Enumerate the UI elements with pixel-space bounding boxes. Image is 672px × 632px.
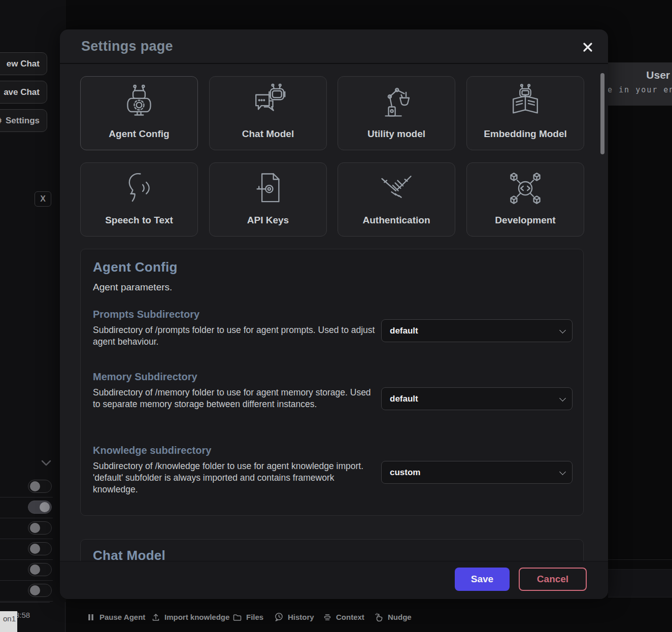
card-speech-to-text[interactable]: Speech to Text [80, 162, 198, 237]
card-agent-config[interactable]: Agent Config [80, 76, 198, 150]
field-description: Subdirectory of /prompts folder to use f… [93, 324, 377, 348]
sidebar-toggle-5[interactable] [28, 563, 52, 576]
settings-modal: Settings page Agent Config [60, 29, 608, 599]
history-label: History [288, 613, 314, 621]
card-utility-model[interactable]: Utility model [338, 76, 455, 150]
select-value: custom [390, 468, 420, 478]
field-label-memory-subdirectory: Memory Subdirectory [93, 371, 197, 383]
nudge-label: Nudge [388, 613, 412, 621]
toggle-knob [30, 564, 40, 575]
divider [608, 559, 672, 560]
field-label-prompts-subdirectory: Prompts Subdirectory [93, 309, 199, 320]
folder-icon [232, 613, 242, 622]
card-label: Chat Model [242, 128, 294, 140]
toggle-knob [30, 481, 40, 491]
sidebar-toggle-1[interactable] [28, 480, 52, 493]
user-message-heading: User [608, 62, 672, 81]
chat-robot-icon [210, 83, 326, 121]
modal-footer: Save Cancel [60, 561, 608, 599]
history-button[interactable]: History [274, 602, 314, 632]
prompts-subdirectory-select[interactable]: default [381, 319, 573, 342]
save-button[interactable]: Save [455, 568, 510, 591]
cancel-button[interactable]: Cancel [519, 568, 587, 591]
card-development[interactable]: Development [466, 162, 584, 237]
new-chat-label: ew Chat [7, 59, 40, 69]
divider [0, 580, 53, 581]
toggle-knob [30, 523, 40, 533]
url-tooltip: on1 [0, 611, 17, 632]
close-icon[interactable] [580, 40, 596, 55]
select-value: default [390, 326, 418, 336]
save-chat-button[interactable]: ave Chat [0, 81, 47, 104]
modal-title: Settings page [81, 39, 173, 54]
key-document-icon [210, 169, 326, 208]
card-chat-model[interactable]: Chat Model [209, 76, 327, 150]
field-label-knowledge-subdirectory: Knowledge subdirectory [93, 445, 211, 456]
handshake-icon [338, 169, 455, 208]
robot-arm-icon [338, 83, 455, 121]
card-embedding-model[interactable]: Embedding Model [466, 76, 584, 150]
import-knowledge-label: Import knowledge [164, 613, 229, 621]
robot-gear-icon [81, 83, 197, 121]
robot-book-icon [467, 83, 584, 121]
sidebar-toggle-3[interactable] [28, 521, 52, 535]
card-label: API Keys [247, 215, 289, 226]
divider [0, 518, 53, 518]
toggle-knob [30, 585, 40, 595]
sidebar-toggle-6[interactable] [28, 584, 52, 597]
card-label: Embedding Model [484, 128, 567, 140]
divider [0, 559, 53, 560]
divider [65, 602, 65, 632]
modal-header: Settings page [60, 29, 608, 64]
context-button[interactable]: Context [323, 602, 364, 632]
memory-subdirectory-select[interactable]: default [381, 387, 573, 410]
sidebar: ew Chat ave Chat ⚙ Settings X 3:58 [0, 0, 66, 632]
pause-agent-button[interactable]: Pause Agent [86, 602, 145, 632]
chevron-down-icon [559, 327, 566, 334]
divider [0, 602, 50, 603]
pointing-hand-icon [375, 613, 384, 622]
chat-input-area-edge [608, 569, 672, 597]
clock-bubble-icon [274, 612, 284, 622]
field-description: Subdirectory of /knowledge folder to use… [93, 460, 377, 495]
agent-config-section: Agent Config Agent parameters. Prompts S… [80, 249, 584, 516]
import-knowledge-button[interactable]: Import knowledge [151, 602, 229, 632]
card-authentication[interactable]: Authentication [338, 162, 455, 237]
files-button[interactable]: Files [232, 602, 263, 632]
card-label: Speech to Text [105, 215, 173, 226]
section-title: Agent Config [93, 259, 178, 275]
pause-icon [86, 613, 95, 622]
divider [0, 601, 53, 602]
upload-icon [151, 613, 160, 622]
settings-label: Settings [6, 116, 40, 126]
chevron-down-icon [559, 469, 566, 475]
sidebar-close-label: X [40, 194, 46, 204]
user-message-text: e in your en [608, 85, 672, 94]
toggle-knob [40, 502, 50, 512]
sidebar-close-button[interactable]: X [35, 191, 51, 207]
context-label: Context [336, 613, 364, 621]
stack-icon [323, 613, 332, 622]
settings-button[interactable]: ⚙ Settings [0, 109, 47, 132]
chevron-down-icon[interactable] [40, 459, 52, 467]
pause-agent-label: Pause Agent [99, 613, 145, 621]
modal-scrollbar-thumb[interactable] [600, 73, 604, 154]
card-label: Agent Config [109, 128, 169, 140]
code-network-icon [467, 169, 584, 208]
save-chat-label: ave Chat [4, 87, 40, 97]
sidebar-toggle-2[interactable] [28, 501, 52, 514]
card-label: Development [495, 215, 555, 226]
new-chat-button[interactable]: ew Chat [0, 52, 47, 75]
nudge-button[interactable]: Nudge [375, 602, 412, 632]
divider [0, 497, 53, 497]
knowledge-subdirectory-select[interactable]: custom [381, 461, 573, 484]
toggle-knob [30, 544, 40, 554]
sidebar-toggle-4[interactable] [28, 542, 52, 555]
card-label: Utility model [367, 128, 425, 140]
select-value: default [390, 394, 418, 404]
chevron-down-icon [559, 395, 566, 402]
user-message-bubble: User e in your en [608, 62, 672, 106]
field-description: Subdirectory of /memory folder to use fo… [93, 387, 377, 410]
files-label: Files [246, 613, 263, 621]
card-api-keys[interactable]: API Keys [209, 162, 327, 237]
